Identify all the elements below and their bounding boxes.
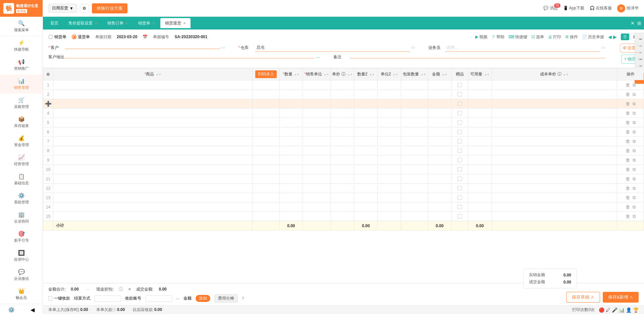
- qty-cell[interactable]: [279, 80, 303, 90]
- cost-cell[interactable]: [492, 193, 617, 202]
- qty2-cell[interactable]: [354, 90, 378, 99]
- prev-record-btn[interactable]: ◀: [608, 34, 612, 40]
- pkg-cell[interactable]: [401, 193, 428, 202]
- shortcut-btn[interactable]: ⌨ 快捷键: [508, 34, 527, 40]
- amount-cell[interactable]: [428, 99, 451, 109]
- available-cell[interactable]: [468, 155, 492, 165]
- operation-btn[interactable]: ⚙ 操作: [565, 34, 578, 40]
- fenpai-help-icon[interactable]: ?: [242, 296, 244, 301]
- scan-btn[interactable]: 扫码录入: [255, 70, 277, 78]
- tab-sale-order[interactable]: 销售订单 ✕: [103, 18, 133, 28]
- product-cell[interactable]: [53, 118, 253, 127]
- barcode-cell[interactable]: [253, 127, 279, 137]
- unit2-cell[interactable]: [378, 127, 401, 137]
- product-cell[interactable]: [53, 109, 253, 118]
- unit-cell[interactable]: [303, 137, 331, 146]
- qty2-cell[interactable]: [354, 80, 378, 90]
- gift-cell[interactable]: [451, 80, 468, 90]
- qty2-cell[interactable]: [354, 155, 378, 165]
- qty2-cell[interactable]: [354, 99, 378, 109]
- gift-checkbox[interactable]: [458, 195, 462, 200]
- amount-cell[interactable]: [428, 193, 451, 202]
- sidebar-item-system[interactable]: ⚙️ 系统管理: [0, 189, 43, 208]
- available-cell[interactable]: [468, 127, 492, 137]
- gift-cell[interactable]: [451, 137, 468, 146]
- delete-row-icon[interactable]: 🗑: [626, 111, 630, 116]
- price-cell[interactable]: [331, 146, 354, 155]
- amount-cell[interactable]: [428, 202, 451, 212]
- delete-row-icon[interactable]: 🗑: [626, 158, 630, 163]
- pkg-cell[interactable]: [401, 109, 428, 118]
- ellipsis-btn[interactable]: ···: [176, 296, 179, 301]
- sidebar-item-purchase[interactable]: 🛒 采购管理: [0, 93, 43, 113]
- gift-cell[interactable]: [451, 127, 468, 137]
- available-cell[interactable]: [468, 137, 492, 146]
- available-cell[interactable]: [468, 212, 492, 221]
- pkg-cell[interactable]: [401, 212, 428, 221]
- delete-row-icon[interactable]: 🗑: [626, 204, 630, 209]
- pkg-cell[interactable]: [401, 99, 428, 109]
- price-cell[interactable]: [331, 155, 354, 165]
- delete-row-icon[interactable]: 🗑: [626, 186, 630, 191]
- unit-cell[interactable]: [303, 99, 331, 109]
- delete-row-icon[interactable]: 🗑: [626, 176, 630, 181]
- qty-cell[interactable]: [279, 184, 303, 193]
- pkg-cell[interactable]: [401, 90, 428, 99]
- pkg-cell[interactable]: [401, 184, 428, 193]
- pkg-cell[interactable]: [401, 174, 428, 184]
- cost-cell[interactable]: [492, 127, 617, 137]
- tab-home[interactable]: 首页: [46, 18, 63, 28]
- available-cell[interactable]: [468, 202, 492, 212]
- product-input[interactable]: [55, 102, 251, 106]
- available-cell[interactable]: [468, 165, 492, 174]
- next-record-btn[interactable]: ▶: [613, 34, 617, 40]
- barcode-cell[interactable]: [253, 165, 279, 174]
- user-avatar[interactable]: 徐 徐泽华: [617, 4, 639, 12]
- gift-cell[interactable]: [451, 202, 468, 212]
- price-cell[interactable]: [331, 109, 354, 118]
- pkg-cell[interactable]: [401, 155, 428, 165]
- qty2-cell[interactable]: [354, 127, 378, 137]
- pkg-cell[interactable]: [401, 80, 428, 90]
- qty2-cell[interactable]: [354, 137, 378, 146]
- price-cell[interactable]: [331, 127, 354, 137]
- delete-row-icon[interactable]: 🗑: [626, 139, 630, 144]
- unit2-cell[interactable]: [378, 184, 401, 193]
- available-cell[interactable]: [468, 146, 492, 155]
- qty-cell[interactable]: [279, 118, 303, 127]
- available-cell[interactable]: [468, 184, 492, 193]
- price-cell[interactable]: [331, 99, 354, 109]
- qty-cell[interactable]: [279, 212, 303, 221]
- unit2-cell[interactable]: [378, 212, 401, 221]
- available-cell[interactable]: [468, 80, 492, 90]
- sidebar-item-quick-nav[interactable]: ⚡ 快捷导航: [0, 36, 43, 55]
- qty-cell[interactable]: [279, 90, 303, 99]
- product-cell[interactable]: [53, 212, 253, 221]
- right-panel-note[interactable]: 备注: [635, 46, 644, 52]
- unit-cell[interactable]: [303, 202, 331, 212]
- amount-cell[interactable]: [428, 137, 451, 146]
- tab-sale-extract[interactable]: 售价提取设置 ✕: [64, 18, 102, 28]
- gift-cell[interactable]: [451, 118, 468, 127]
- gift-checkbox[interactable]: [458, 92, 462, 97]
- fenpai-btn[interactable]: 费用分摊: [214, 294, 238, 303]
- unit-cell[interactable]: [303, 174, 331, 184]
- cost-cell[interactable]: [492, 174, 617, 184]
- cost-cell[interactable]: [492, 146, 617, 155]
- gift-checkbox[interactable]: [458, 130, 462, 134]
- qty2-cell[interactable]: [354, 193, 378, 202]
- product-cell[interactable]: [53, 127, 253, 137]
- gift-checkbox[interactable]: [458, 111, 462, 115]
- delete-row-icon[interactable]: 🗑: [626, 148, 630, 153]
- sidebar-item-wechat[interactable]: 💬 企业微信: [0, 265, 43, 285]
- tab-close-sale-out[interactable]: ✕: [152, 21, 155, 25]
- warehouse-more-btn[interactable]: ···: [411, 45, 415, 50]
- gift-cell[interactable]: [451, 90, 468, 99]
- gift-checkbox[interactable]: [458, 214, 462, 218]
- product-cell[interactable]: [53, 174, 253, 184]
- sidebar-item-search[interactable]: 🔍 搜索菜单: [0, 17, 43, 36]
- select-btn[interactable]: ☑ 选单: [531, 34, 544, 40]
- qty2-cell[interactable]: [354, 109, 378, 118]
- amount-cell[interactable]: [428, 127, 451, 137]
- calendar-icon[interactable]: 📅: [143, 35, 148, 39]
